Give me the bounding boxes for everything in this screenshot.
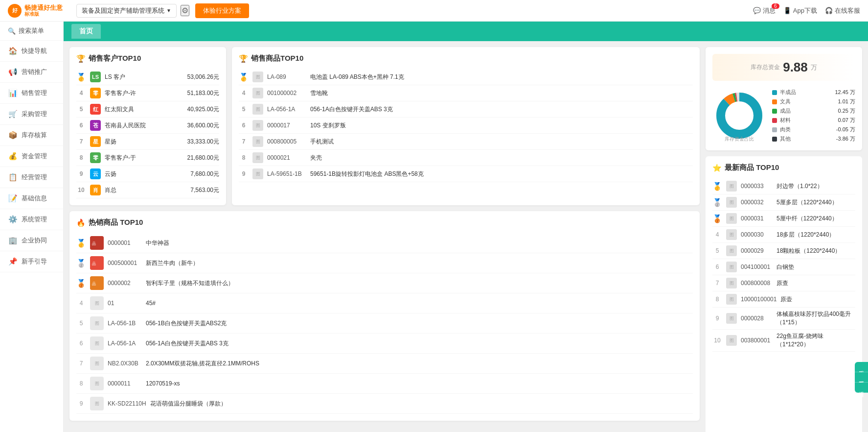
prod-code: LA-056-1A xyxy=(267,106,306,113)
rank-name: 苍南县人民医院 xyxy=(105,121,183,130)
app-download-item[interactable]: 📱 App下载 xyxy=(783,6,817,15)
rank-badge: 肖 xyxy=(90,185,101,195)
new-product-item: 4 图 0000030 18多层（1220*2440） xyxy=(712,227,855,243)
rank-value: 21,680.00元 xyxy=(187,154,219,162)
sidebar-item-search-menu[interactable]: 🔍 搜索菜单 xyxy=(0,22,63,41)
new-rank-num: 4 xyxy=(712,231,722,238)
new-name: 原查 xyxy=(777,279,855,288)
prod-name: 夹壳 xyxy=(310,154,693,162)
float-customer-service[interactable]: 客服热线 xyxy=(855,362,868,372)
top-bar: 好 畅捷通好生意 标准版 装备及固定资产辅助管理系统 ▼ ⚙ 体验行业方案 💬 … xyxy=(0,0,868,22)
medal-1-icon: 🥇 xyxy=(76,72,86,82)
sidebar-finance-label: 资金管理 xyxy=(22,152,47,161)
message-icon-item[interactable]: 💬 消息 6 xyxy=(753,6,776,15)
system-name: 装备及固定资产辅助管理系统 xyxy=(82,6,164,15)
hot-name: 12070519-xs xyxy=(146,380,693,387)
sales-rank-item: 5 红 红太阳文具 40,925.00元 xyxy=(76,101,219,118)
trial-button[interactable]: 体验行业方案 xyxy=(195,3,249,18)
svg-text:品: 品 xyxy=(92,262,96,266)
hot-code: 01 xyxy=(108,300,142,307)
rank-number: 7 xyxy=(76,138,86,145)
hot-product-item: 🥉 品 0000002 智利车子里（规格不知道填什么） xyxy=(76,273,693,293)
fire-icon: 🔥 xyxy=(76,218,86,227)
hot-rank-num: 9 xyxy=(76,400,86,407)
new-code: 0000033 xyxy=(741,183,773,190)
sales-icon: 📊 xyxy=(8,89,18,97)
sidebar-guide-label: 新手引导 xyxy=(22,257,47,266)
sidebar-item-guide[interactable]: 📌 新手引导 xyxy=(0,251,63,272)
marketing-icon: 📢 xyxy=(8,68,18,76)
rank-badge: 红 xyxy=(90,104,101,115)
new-code: 0000029 xyxy=(741,247,773,254)
new-rank-num: 5 xyxy=(712,247,722,254)
app-logo: 好 畅捷通好生意 标准版 xyxy=(8,4,71,18)
inventory-legend: 半成品 12.45 万 文具 1.01 万 成品 0.25 万 xyxy=(772,88,855,144)
hot-code: 0000011 xyxy=(108,380,142,387)
sidebar-item-inventory[interactable]: 📦 库存核算 xyxy=(0,125,63,146)
new-medal-3: 🥉 xyxy=(712,214,722,223)
app-title-text: 畅捷通好生意 标准版 xyxy=(24,4,63,18)
sidebar-item-basic[interactable]: 📝 基础信息 xyxy=(0,188,63,209)
product-rank-item: 🥇 图 LA-089 电池盖 LA-089 ABS本色+黑种 7.1克 xyxy=(239,69,693,85)
rank-value: 40,925.00元 xyxy=(187,105,219,114)
hot-rank-num: 4 xyxy=(76,300,86,307)
sidebar-item-marketing[interactable]: 📢 营销推广 xyxy=(0,62,63,83)
rank-badge: 零 xyxy=(90,88,101,98)
basic-icon: 📝 xyxy=(8,194,18,203)
hot-products-title: 🔥 热销商品 TOP10 xyxy=(76,218,693,227)
new-thumbnail: 图 xyxy=(726,245,737,256)
hot-code: LA-056-1A xyxy=(108,340,142,347)
legend-item: 文具 1.01 万 xyxy=(772,97,855,106)
sidebar-item-system[interactable]: ⚙️ 系统管理 xyxy=(0,209,63,230)
settings-button[interactable]: ⚙ xyxy=(181,5,189,16)
product-ranking-title: 🏆 销售商品TOP10 xyxy=(239,54,693,63)
hot-product-item: 5 图 LA-056-1B 056-1B白色按键开关盖ABS2克 xyxy=(76,313,693,334)
sidebar-basic-label: 基础信息 xyxy=(22,194,47,203)
online-service-label: 在线客服 xyxy=(835,6,860,15)
prod-rank-num: 5 xyxy=(239,106,249,113)
sidebar-item-finance[interactable]: 💰 资金管理 xyxy=(0,146,63,167)
legend-color-dot xyxy=(772,127,777,132)
finance-icon: 💰 xyxy=(8,152,18,161)
prod-thumbnail: 图 xyxy=(252,88,263,98)
hot-product-item: 🥇 品 0000001 中华神器 xyxy=(76,233,693,253)
svg-text:品: 品 xyxy=(92,241,96,246)
new-thumbnail: 图 xyxy=(726,213,737,224)
new-name: 白钢垫 xyxy=(777,263,855,271)
sidebar-item-sales[interactable]: 📊 销售管理 xyxy=(0,83,63,104)
float-service-community[interactable]: 服务社区 xyxy=(855,372,868,383)
system-icon: ⚙️ xyxy=(8,215,18,224)
hot-product-item: 4 图 01 45# xyxy=(76,293,693,313)
inventory-label: 库存总资金 xyxy=(751,63,780,72)
sidebar-item-operation[interactable]: 📋 经营管理 xyxy=(0,167,63,188)
hot-medal-1: 🥇 xyxy=(76,239,86,248)
legend-value: 0.07 万 xyxy=(838,117,855,124)
sidebar-enterprise-label: 企业协同 xyxy=(22,236,47,245)
online-service-item[interactable]: 🎧 在线客服 xyxy=(825,6,860,15)
sales-rank-item: 🥇 LS LS 客户 53,006.26元 xyxy=(76,69,219,85)
sidebar-item-quick-nav[interactable]: 🏠 快捷导航 xyxy=(0,41,63,62)
new-name: 封边带（1.0*22） xyxy=(777,182,855,191)
rank-value: 51,183.00元 xyxy=(187,89,219,97)
legend-value: -3.86 万 xyxy=(836,135,855,143)
content-area: 🏆 销售客户TOP10 🥇 LS LS 客户 53,006.26元 xyxy=(64,41,868,432)
prod-code: 0000021 xyxy=(267,154,306,161)
system-selector[interactable]: 装备及固定资产辅助管理系统 ▼ xyxy=(76,4,177,18)
sidebar-quick-nav-label: 快捷导航 xyxy=(22,47,47,55)
hot-product-item: 6 图 LA-056-1A 056-1A白色按键开关盖ABS 3克 xyxy=(76,334,693,354)
new-thumbnail: 图 xyxy=(726,278,737,288)
rank-number: 10 xyxy=(76,187,86,193)
legend-item: 材料 0.07 万 xyxy=(772,116,855,125)
sidebar-sales-label: 销售管理 xyxy=(22,89,47,97)
float-live[interactable]: 直播 xyxy=(855,383,868,393)
sidebar-item-purchase[interactable]: 🛒 采购管理 xyxy=(0,104,63,125)
hot-thumbnail: 图 xyxy=(90,397,104,410)
sidebar-item-enterprise[interactable]: 🏢 企业协同 xyxy=(0,230,63,251)
hot-thumbnail: 图 xyxy=(90,316,104,330)
new-thumbnail: 图 xyxy=(726,229,737,240)
new-code: 004100001 xyxy=(741,264,773,270)
top-right-icons: 💬 消息 6 📱 App下载 🎧 在线客服 xyxy=(753,6,860,15)
new-name: 5厘中纤（1220*2440） xyxy=(777,215,855,223)
nav-tab-home[interactable]: 首页 xyxy=(71,24,101,39)
legend-color-dot xyxy=(772,137,777,142)
